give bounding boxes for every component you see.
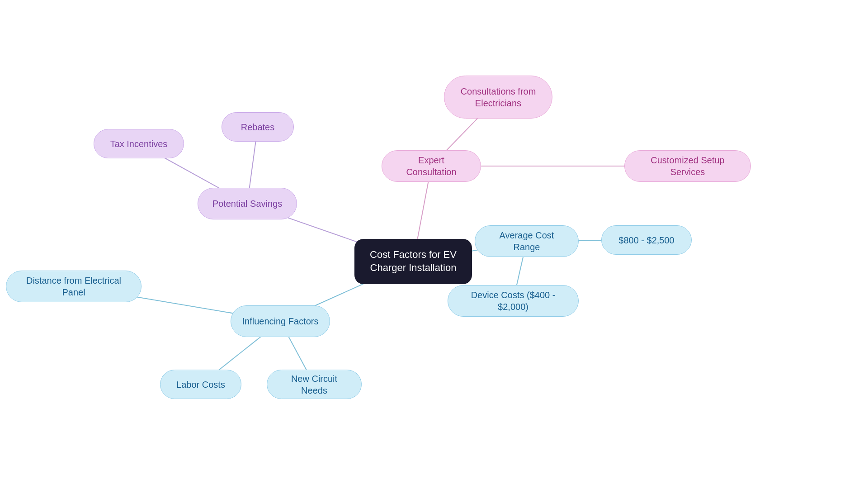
center-node: Cost Factors for EV Charger Installation	[354, 239, 472, 284]
consultations-electricians-node: Consultations from Electricians	[444, 76, 552, 119]
cost-range-value-node: $800 - $2,500	[601, 225, 692, 255]
device-costs-node: Device Costs ($400 - $2,000)	[448, 285, 579, 317]
distance-panel-node: Distance from Electrical Panel	[6, 271, 142, 302]
new-circuit-node: New Circuit Needs	[267, 370, 362, 399]
expert-consultation-node: Expert Consultation	[382, 150, 481, 182]
tax-incentives-node: Tax Incentives	[94, 129, 184, 158]
average-cost-range-node: Average Cost Range	[475, 225, 579, 257]
potential-savings-node: Potential Savings	[198, 188, 297, 219]
customized-setup-node: Customized Setup Services	[624, 150, 751, 182]
rebates-node: Rebates	[222, 112, 294, 142]
influencing-factors-node: Influencing Factors	[231, 305, 330, 337]
labor-costs-node: Labor Costs	[160, 370, 241, 399]
mindmap-container: Cost Factors for EV Charger Installation…	[0, 0, 868, 490]
